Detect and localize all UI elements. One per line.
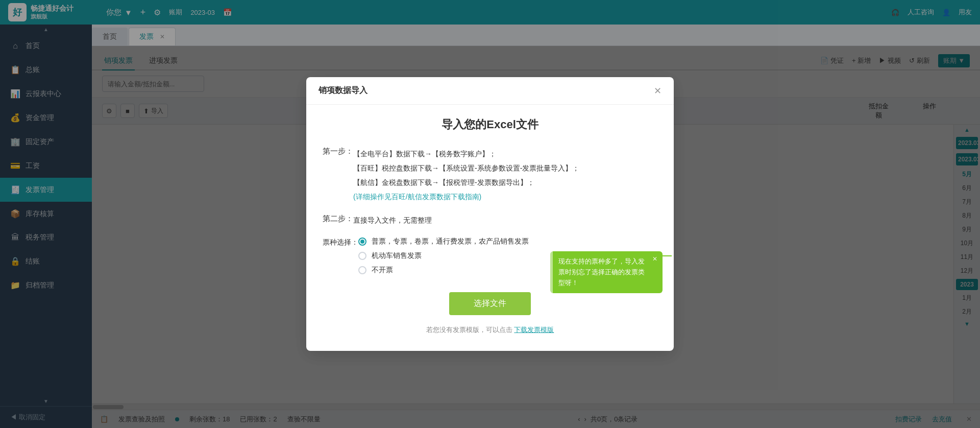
dialog-footer: 若您没有发票模版，可以点击 下载发票模版 bbox=[323, 325, 657, 335]
dialog-close-btn[interactable]: ✕ bbox=[654, 86, 662, 96]
select-file-area: 选择文件 bbox=[323, 292, 657, 315]
select-file-btn[interactable]: 选择文件 bbox=[449, 292, 531, 315]
ticket-option-motor[interactable]: 机动车销售发票 bbox=[358, 251, 529, 260]
dialog-overlay: 销项数据导入 ✕ 导入您的Excel文件 第一步： 【全电平台】数据下载→【税务… bbox=[0, 0, 980, 428]
step2-block: 第二步： 直接导入文件，无需整理 bbox=[323, 214, 657, 227]
tooltip-close-btn[interactable]: ✕ bbox=[652, 254, 657, 264]
dialog-body: 导入您的Excel文件 第一步： 【全电平台】数据下载→【税务数字账户】； 【百… bbox=[306, 105, 674, 351]
dialog-title: 销项数据导入 bbox=[318, 85, 368, 96]
step1-link: (详细操作见百旺/航信发票数据下载指南) bbox=[353, 189, 579, 204]
ticket-select: 票种选择： 普票，专票，卷票，通行费发票，农产品销售发票 机动车销售发票 bbox=[323, 237, 657, 280]
step1-block: 第一步： 【全电平台】数据下载→【税务数字账户】； 【百旺】税控盘数据下载→【系… bbox=[323, 147, 657, 204]
step2-content: 直接导入文件，无需整理 bbox=[353, 216, 432, 225]
ticket-option-none[interactable]: 不开票 bbox=[358, 266, 529, 275]
ticket-label-normal: 普票，专票，卷票，通行费发票，农产品销售发票 bbox=[372, 237, 529, 246]
radio-motor[interactable] bbox=[358, 252, 366, 260]
step1-line1: 【全电平台】数据下载→【税务数字账户】； bbox=[353, 147, 579, 161]
step2-label: 第二步： bbox=[323, 214, 353, 224]
dialog-header: 销项数据导入 ✕ bbox=[306, 77, 674, 105]
dialog-main-title: 导入您的Excel文件 bbox=[323, 117, 657, 132]
tooltip-text: 现在支持的票种多了，导入发票时别忘了选择正确的发票类型呀！ bbox=[558, 257, 645, 287]
ticket-label-motor: 机动车销售发票 bbox=[372, 251, 422, 260]
ticket-label-none: 不开票 bbox=[372, 266, 393, 275]
step1-line2: 【百旺】税控盘数据下载→【系统设置-系统参数设置-发票批量导入】； bbox=[353, 161, 579, 175]
radio-none[interactable] bbox=[358, 266, 366, 274]
radio-normal[interactable] bbox=[358, 237, 366, 246]
tooltip-bar bbox=[550, 251, 553, 293]
step1-line3: 【航信】金税盘数据下载→【报税管理-发票数据导出】； bbox=[353, 175, 579, 189]
import-dialog: 销项数据导入 ✕ 导入您的Excel文件 第一步： 【全电平台】数据下载→【税务… bbox=[306, 77, 674, 351]
footer-text: 若您没有发票模版，可以点击 bbox=[426, 326, 512, 334]
download-template-link[interactable]: 下载发票模版 bbox=[514, 326, 554, 334]
step1-label: 第一步： bbox=[323, 147, 353, 156]
step1-link-text[interactable]: (详细操作见百旺/航信发票数据下载指南) bbox=[353, 193, 481, 201]
ticket-label: 票种选择： bbox=[323, 237, 358, 247]
ticket-option-normal[interactable]: 普票，专票，卷票，通行费发票，农产品销售发票 bbox=[358, 237, 529, 246]
tooltip-bubble: ✕ 现在支持的票种多了，导入发票时别忘了选择正确的发票类型呀！ bbox=[550, 251, 663, 293]
